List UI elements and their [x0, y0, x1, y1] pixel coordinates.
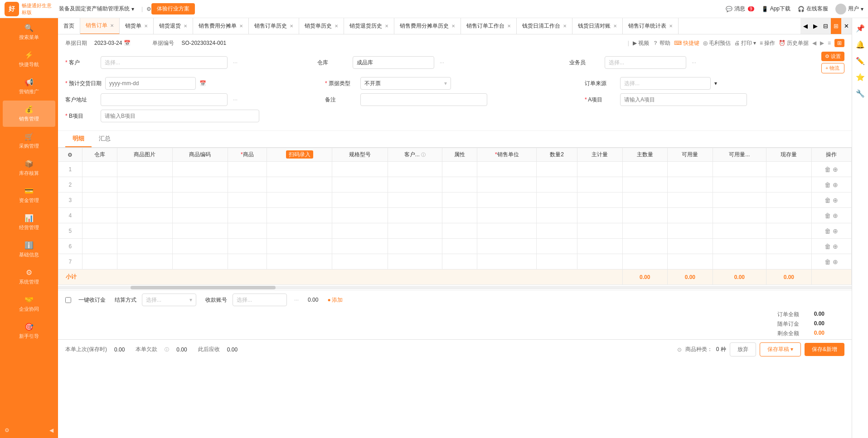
tab-close-4[interactable]: ✕ — [239, 24, 243, 29]
row-available-4[interactable] — [668, 208, 713, 223]
row-scan-7[interactable] — [267, 254, 332, 270]
tab-close-3[interactable]: ✕ — [184, 24, 187, 29]
row-attr-2[interactable] — [442, 177, 477, 193]
row-warehouse-2[interactable] — [82, 177, 117, 193]
row-code-4[interactable] — [172, 208, 228, 223]
row-spec-5[interactable] — [332, 223, 388, 239]
row-available-7[interactable] — [668, 254, 713, 270]
row-main-qty-6[interactable] — [622, 239, 668, 254]
row-qty2-2[interactable] — [537, 177, 577, 193]
row-qty2-7[interactable] — [537, 254, 577, 270]
calendar-icon[interactable]: 📅 — [124, 40, 131, 46]
col-available[interactable]: 可用量 — [668, 148, 713, 162]
row-delete-2[interactable]: 🗑 — [824, 181, 831, 188]
row-qty2-1[interactable] — [537, 162, 577, 177]
row-spec-1[interactable] — [332, 162, 388, 177]
row-available-5[interactable] — [668, 223, 713, 239]
row-scan-2[interactable] — [267, 177, 332, 193]
row-attr-3[interactable] — [442, 193, 477, 208]
row-copy-5[interactable]: ⊕ — [833, 227, 838, 235]
sidebar-item-经营管理[interactable]: 📊经营管理 — [3, 209, 55, 236]
row-product-5[interactable] — [228, 223, 267, 239]
tab-menu-btn[interactable]: ⊟ — [820, 18, 831, 34]
online-support-btn[interactable]: 🎧 在线客服 — [798, 5, 828, 13]
tab-close-7[interactable]: ✕ — [385, 24, 388, 29]
shortcut-btn[interactable]: ⌨ 快捷键 — [674, 39, 699, 47]
customer-more[interactable]: ··· — [233, 59, 238, 66]
form-expand-btn[interactable]: ⊞ — [834, 39, 844, 47]
col-available2[interactable]: 可用量... — [713, 148, 766, 162]
warehouse-input[interactable]: 成品库 — [353, 56, 434, 69]
row-delete-1[interactable]: 🗑 — [824, 166, 831, 173]
row-qty2-6[interactable] — [537, 239, 577, 254]
sidebar-item-销售管理[interactable]: 💰销售管理 — [3, 101, 55, 127]
add-product-btn[interactable]: + 物流 — [821, 63, 844, 73]
sidebar-item-新手引导[interactable]: 🎯新手引导 — [3, 318, 55, 344]
tab-close-11[interactable]: ✕ — [613, 24, 617, 29]
row-main-unit-5[interactable] — [577, 223, 622, 239]
tab-close-5[interactable]: ✕ — [290, 24, 293, 29]
row-copy-3[interactable]: ⊕ — [833, 197, 838, 204]
settings-footer-icon[interactable]: ⚙ — [5, 427, 10, 433]
row-spec-2[interactable] — [332, 177, 388, 193]
col-customer-code[interactable]: 客户... ⓘ — [388, 148, 442, 162]
row-main-qty-5[interactable] — [622, 223, 668, 239]
row-available2-2[interactable] — [713, 177, 766, 193]
row-warehouse-5[interactable] — [82, 223, 117, 239]
row-available-1[interactable] — [668, 162, 713, 177]
row-delete-5[interactable]: 🗑 — [824, 227, 831, 235]
row-code-2[interactable] — [172, 177, 228, 193]
sidebar-item-资金管理[interactable]: 💳资金管理 — [3, 182, 55, 208]
history-btn[interactable]: ⏰ 历史单据 — [779, 39, 809, 47]
row-main-unit-6[interactable] — [577, 239, 622, 254]
row-unit-1[interactable] — [477, 162, 537, 177]
row-customer-code-3[interactable] — [388, 193, 442, 208]
warehouse-more[interactable]: ··· — [440, 59, 444, 66]
col-unit[interactable]: *销售单位 — [477, 148, 537, 162]
right-icon-pin[interactable]: 📌 — [854, 22, 867, 34]
row-qty2-4[interactable] — [537, 208, 577, 223]
scrollbar-thumb[interactable] — [131, 286, 276, 289]
tab-close-8[interactable]: ✕ — [451, 24, 455, 29]
row-spec-4[interactable] — [332, 208, 388, 223]
row-current-4[interactable] — [766, 208, 812, 223]
row-attr-7[interactable] — [442, 254, 477, 270]
sidebar-item-快捷导航[interactable]: ⚡快捷导航 — [3, 46, 55, 72]
row-scan-4[interactable] — [267, 208, 332, 223]
system-selector[interactable]: 装备及固定资产辅助管理系统 ▾ — [59, 5, 134, 13]
col-scan[interactable]: 扫码录入 — [267, 148, 332, 162]
row-customer-code-7[interactable] — [388, 254, 442, 270]
row-available2-5[interactable] — [713, 223, 766, 239]
row-available-3[interactable] — [668, 193, 713, 208]
row-qty2-3[interactable] — [537, 193, 577, 208]
row-product-6[interactable] — [228, 239, 267, 254]
row-attr-5[interactable] — [442, 223, 477, 239]
row-scan-6[interactable] — [267, 239, 332, 254]
row-unit-4[interactable] — [477, 208, 537, 223]
row-qty2-5[interactable] — [537, 223, 577, 239]
col-product[interactable]: *商品 — [228, 148, 267, 162]
add-payment-btn[interactable]: ● 添加 — [327, 296, 342, 304]
tab-detail[interactable]: 明细 — [65, 131, 92, 147]
save-draft-btn[interactable]: 保存草稿 ▾ — [760, 342, 801, 356]
row-code-5[interactable] — [172, 223, 228, 239]
sidebar-item-营销推广[interactable]: 📢营销推广 — [3, 73, 55, 100]
row-spec-7[interactable] — [332, 254, 388, 270]
row-copy-1[interactable]: ⊕ — [833, 166, 838, 173]
row-customer-code-6[interactable] — [388, 239, 442, 254]
sidebar-item-库存核算[interactable]: 📦库存核算 — [3, 155, 55, 181]
col-spec[interactable]: 规格型号 — [332, 148, 388, 162]
horizontal-scrollbar[interactable] — [58, 286, 852, 289]
col-attr[interactable]: 属性 — [442, 148, 477, 162]
row-copy-4[interactable]: ⊕ — [833, 212, 838, 219]
row-product-2[interactable] — [228, 177, 267, 193]
tab-close-10[interactable]: ✕ — [563, 24, 567, 29]
staff-more[interactable]: ··· — [692, 59, 696, 66]
row-current-1[interactable] — [766, 162, 812, 177]
tab-prev-btn[interactable]: ◀ — [800, 18, 810, 34]
tab-next-btn[interactable]: ▶ — [810, 18, 820, 34]
row-warehouse-1[interactable] — [82, 162, 117, 177]
delivery-calendar-icon[interactable]: 📅 — [199, 80, 206, 87]
row-main-unit-2[interactable] — [577, 177, 622, 193]
b-project-input[interactable] — [101, 110, 259, 122]
